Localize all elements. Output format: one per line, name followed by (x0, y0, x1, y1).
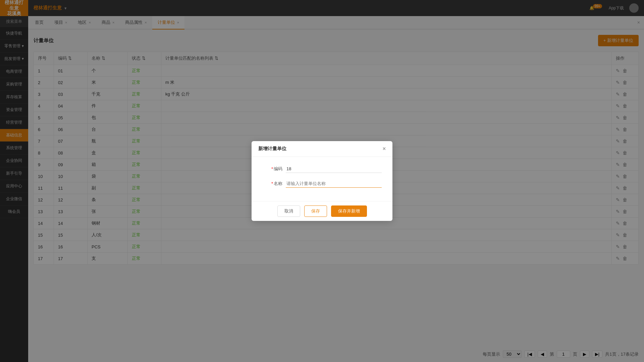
modal-header: 新增计量单位 × (252, 141, 392, 157)
modal-close-button[interactable]: × (383, 146, 386, 152)
name-input[interactable] (286, 180, 382, 188)
add-unit-modal: 新增计量单位 × *编码 *名称 取消 保存 保存并新增 (252, 141, 392, 221)
form-row-code: *编码 (262, 165, 382, 173)
cancel-button[interactable]: 取消 (277, 205, 300, 217)
modal-title: 新增计量单位 (258, 146, 286, 152)
modal-overlay: 新增计量单位 × *编码 *名称 取消 保存 保存并新增 (0, 0, 644, 362)
modal-footer: 取消 保存 保存并新增 (252, 201, 392, 221)
modal-body: *编码 *名称 (252, 157, 392, 201)
code-label: *编码 (262, 166, 282, 172)
name-label: *名称 (262, 181, 282, 187)
save-button[interactable]: 保存 (304, 205, 327, 217)
name-required-mark: * (271, 181, 273, 186)
save-continue-button[interactable]: 保存并新增 (331, 205, 367, 217)
code-required-mark: * (271, 166, 273, 171)
code-input[interactable] (286, 165, 382, 173)
form-row-name: *名称 (262, 180, 382, 188)
